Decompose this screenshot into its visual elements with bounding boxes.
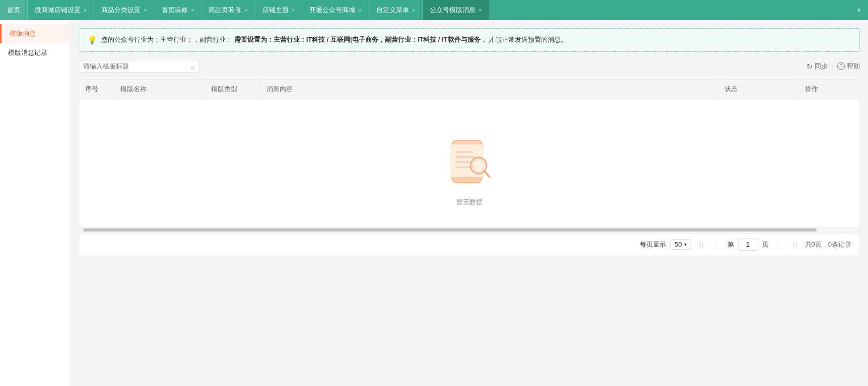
content-area: 💡 您的公众号行业为：主营行业：，副营行业： 需要设置为：主营行业：IT科技 /… [71, 20, 868, 386]
search-input[interactable] [83, 62, 191, 70]
nav-tab-shop-theme[interactable]: 店铺主题 × [255, 0, 302, 20]
dropdown-icon: ▾ [684, 242, 687, 247]
scroll-thumb[interactable] [83, 228, 817, 231]
search-bar: ⌕ ↻ 同步 | ? 帮助 [79, 60, 860, 73]
close-product-decor[interactable]: × [244, 7, 247, 13]
page-label-after: 页 [762, 240, 769, 249]
notice-box: 💡 您的公众号行业为：主营行业：，副营行业： 需要设置为：主营行业：IT科技 /… [79, 28, 860, 52]
empty-text: 暂无数据 [456, 198, 483, 207]
total-info: 共0页，0条记录 [805, 240, 851, 249]
prev-page-button[interactable]: ﹤ [711, 239, 723, 251]
col-header-type: 模版类型 [205, 80, 260, 99]
close-all-tabs[interactable]: × [850, 6, 868, 14]
next-page-button[interactable]: ﹥ [773, 239, 785, 251]
sidebar: 模版消息 模版消息记录 [0, 20, 71, 386]
notice-highlight: 需要设置为：主营行业：IT科技 / 互联网|电子商务，副营行业：IT科技 / I… [234, 36, 487, 43]
page-number-input[interactable] [738, 239, 758, 251]
page-size-select[interactable]: 50 ▾ [670, 239, 691, 250]
col-header-status: 状态 [718, 80, 799, 99]
col-header-action: 操作 [799, 80, 859, 99]
col-header-content: 消息内容 [260, 80, 718, 99]
close-shop-theme[interactable]: × [292, 7, 295, 13]
close-home-decor[interactable]: × [191, 7, 194, 13]
close-template-msg[interactable]: × [479, 7, 482, 13]
close-category-settings[interactable]: × [144, 7, 147, 13]
last-page-button[interactable]: ⟩⟩ [789, 239, 801, 251]
notice-suffix: 才能正常发送预置的消息。 [489, 36, 567, 43]
close-open-mall[interactable]: × [358, 7, 361, 13]
search-icon[interactable]: ⌕ [191, 62, 195, 70]
table-header: 序号 模版名称 模版类型 消息内容 状态 操作 [79, 80, 859, 99]
close-shop-settings[interactable]: × [84, 7, 87, 13]
page-label-before: 第 [727, 240, 734, 249]
col-header-index: 序号 [79, 80, 114, 99]
horizontal-scrollbar[interactable] [79, 227, 859, 233]
help-label: 帮助 [847, 62, 860, 71]
notice-icon: 💡 [87, 35, 97, 45]
empty-state: 暂无数据 [79, 99, 859, 227]
per-page-label: 每页显示 [640, 240, 666, 249]
sync-label: 同步 [815, 62, 828, 71]
main-layout: 模版消息 模版消息记录 💡 您的公众号行业为：主营行业：，副营行业： 需要设置为… [0, 20, 868, 386]
svg-point-8 [475, 162, 478, 165]
nav-tab-home[interactable]: 首页 [0, 0, 28, 20]
nav-tab-shop-settings[interactable]: 微商城店铺设置 × [28, 0, 94, 20]
close-custom-menu[interactable]: × [412, 7, 415, 13]
pagination: 每页显示 50 ▾ ⟨⟨ ﹤ 第 页 ﹥ ⟩⟩ 共0页，0条记录 [79, 233, 859, 256]
toolbar-divider: | [832, 62, 833, 70]
sidebar-item-template-msg-record[interactable]: 模版消息记录 [0, 43, 70, 62]
sync-button[interactable]: ↻ 同步 [807, 62, 828, 71]
nav-tab-home-decor[interactable]: 首页装修 × [155, 0, 202, 20]
data-table: 序号 模版名称 模版类型 消息内容 状态 操作 [79, 79, 860, 256]
sidebar-item-template-msg[interactable]: 模版消息 [0, 24, 70, 43]
nav-tab-category-settings[interactable]: 商品分类设置 × [94, 0, 154, 20]
svg-line-7 [484, 171, 490, 177]
nav-tab-custom-menu[interactable]: 自定义菜单 × [369, 0, 423, 20]
help-button[interactable]: ? 帮助 [837, 62, 860, 71]
notice-prefix: 您的公众号行业为：主营行业：，副营行业： [101, 36, 232, 43]
page-size-value: 50 [675, 241, 682, 248]
sync-icon: ↻ [807, 62, 813, 70]
col-header-name: 模版名称 [114, 80, 205, 99]
nav-tab-open-mall[interactable]: 开通公众号商城 × [302, 0, 369, 20]
empty-illustration [439, 129, 500, 190]
search-input-wrap: ⌕ [79, 60, 199, 73]
top-nav: 首页 微商城店铺设置 × 商品分类设置 × 首页装修 × 商品页装修 × 店铺主… [0, 0, 868, 20]
nav-tab-template-msg[interactable]: 公众号模版消息 × [423, 0, 489, 20]
toolbar-right: ↻ 同步 | ? 帮助 [807, 62, 860, 71]
nav-tab-product-decor[interactable]: 商品页装修 × [202, 0, 255, 20]
help-icon: ? [837, 62, 845, 70]
first-page-button[interactable]: ⟨⟨ [695, 239, 707, 251]
